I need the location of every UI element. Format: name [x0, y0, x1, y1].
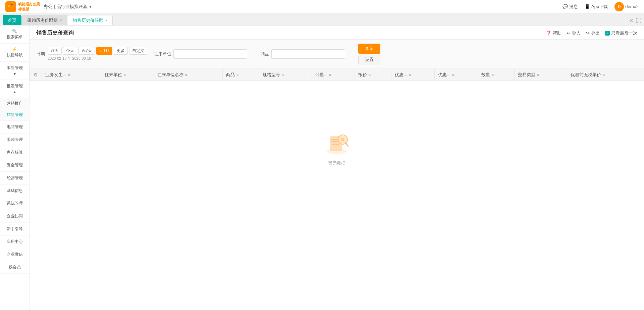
- avatar: D: [614, 2, 624, 11]
- col-unit[interactable]: 计量... ⇅: [312, 69, 355, 81]
- sidebar-item-retail-mgmt[interactable]: 零售管理 ▾: [0, 62, 29, 80]
- tab-purchase-history-label: 采购历史价跟踪: [27, 17, 58, 23]
- top-header: 🍊 畅捷通好生意 标准版 办公用品行业模拟账套 ▾ 💬 消息 📱 App下载 D…: [0, 0, 644, 13]
- col-quantity[interactable]: 数量 ⇅: [478, 69, 515, 81]
- col-discount2[interactable]: 优惠... ⇅: [435, 69, 478, 81]
- col-partner-code[interactable]: 往来单位 ⇅: [101, 69, 154, 81]
- content-area: 销售历史价查询 ❓ 帮助 ↩ 导入 ↪ 导出 ✓ 只看最后一次: [30, 25, 644, 310]
- settings-button[interactable]: 设置: [358, 55, 380, 64]
- sidebar-item-enterprise-wechat[interactable]: 企业微信: [0, 248, 29, 261]
- goods-filter-field: 商品 ···: [261, 49, 352, 59]
- checkbox-checked-icon: ✓: [605, 31, 610, 36]
- goods-picker-icon[interactable]: ···: [347, 51, 352, 57]
- date-btn-7days[interactable]: 近7天: [78, 47, 95, 55]
- col-quoted-price[interactable]: 报价 ⇅: [355, 69, 391, 81]
- date-btn-row: 昨天 今天 近7天 近1月 更多 自定义: [48, 47, 147, 55]
- sidebar-item-new-guide[interactable]: 新手引导: [0, 223, 29, 236]
- tabs-right-controls: ✕ ⛶: [629, 17, 641, 25]
- retail-chevron-icon: ▾: [14, 71, 16, 76]
- import-button[interactable]: ↩ 导入: [567, 30, 581, 36]
- col-partner-name[interactable]: 往来单位名称 ⇅: [154, 69, 222, 81]
- col-settings[interactable]: ⚙: [30, 69, 42, 81]
- sidebar-item-system-mgmt[interactable]: 系统管理: [0, 197, 29, 210]
- sort-icon-discount2: ⇅: [452, 73, 454, 77]
- table-header-row: ⚙ 业务发生... ⇅ 往来单位 ⇅: [30, 69, 644, 81]
- sort-icon-discount1: ⇅: [409, 73, 411, 77]
- tabs-bar: 首页 采购历史价跟踪 × 销售历史价跟踪 × ✕ ⛶: [0, 13, 644, 25]
- sidebar-item-enterprise-collab[interactable]: 企业协同: [0, 210, 29, 223]
- goods-label: 商品: [261, 51, 269, 57]
- empty-state: 暂元数据: [30, 81, 644, 215]
- tab-sales-history-label: 销售历史价跟踪: [73, 17, 103, 23]
- svg-line-8: [345, 143, 348, 146]
- help-icon: ❓: [546, 31, 551, 36]
- sort-icon-biz-date: ⇅: [68, 73, 70, 77]
- logo-text: 畅捷通好生意 标准版: [18, 2, 40, 11]
- sort-icon-pre-tax-price: ⇅: [602, 73, 605, 77]
- goods-input[interactable]: [271, 49, 345, 59]
- data-table: ⚙ 业务发生... ⇅ 往来单位 ⇅: [30, 69, 644, 81]
- message-button[interactable]: 💬 消息: [562, 4, 578, 10]
- col-discount1[interactable]: 优惠... ⇅: [391, 69, 435, 81]
- date-btn-1month[interactable]: 近1月: [96, 47, 113, 55]
- sidebar-item-app-center[interactable]: 应用中心: [0, 236, 29, 248]
- sidebar-item-wholesale-mgmt[interactable]: 批发管理 ▴: [0, 80, 29, 98]
- gear-icon[interactable]: ⚙: [33, 72, 38, 78]
- col-biz-date[interactable]: 业务发生... ⇅: [42, 69, 101, 81]
- sidebar-item-marketing[interactable]: 营销推广: [0, 98, 29, 109]
- maximize-icon[interactable]: ⛶: [636, 18, 641, 24]
- sort-icon-quantity: ⇅: [491, 73, 494, 77]
- partner-filter-field: 往来单位 ···: [154, 49, 254, 59]
- sidebar-item-sales-mgmt[interactable]: 销售管理: [0, 109, 29, 121]
- export-button[interactable]: ↪ 导出: [586, 30, 600, 36]
- sort-icon-unit: ⇅: [329, 73, 331, 77]
- only-last-checkbox[interactable]: ✓ 只看最后一次: [605, 30, 637, 36]
- date-btn-today[interactable]: 今天: [63, 47, 77, 55]
- col-spec[interactable]: 规格型号 ⇅: [259, 69, 312, 81]
- date-range-text: 2023-02-18 至 2023-03-18: [48, 56, 91, 61]
- sidebar-item-purchase-mgmt[interactable]: 采购管理: [0, 134, 29, 146]
- date-btn-more[interactable]: 更多: [114, 47, 128, 55]
- breadcrumb-chevron-icon: ▾: [89, 4, 92, 9]
- import-icon: ↩: [567, 31, 571, 36]
- user-menu[interactable]: D demo2: [614, 2, 639, 11]
- svg-rect-3: [331, 141, 338, 142]
- tab-purchase-history[interactable]: 采购历史价跟踪 ×: [22, 15, 67, 25]
- date-btn-yesterday[interactable]: 昨天: [48, 47, 62, 55]
- sidebar-item-basic-info[interactable]: 基础信息: [0, 185, 29, 197]
- tab-home[interactable]: 首页: [3, 15, 21, 25]
- tab-purchase-history-close-icon[interactable]: ×: [60, 18, 62, 23]
- sidebar-item-search-menu[interactable]: 🔍 搜索菜单: [0, 25, 29, 44]
- partner-input[interactable]: [173, 49, 247, 59]
- sidebar-item-operations-mgmt[interactable]: 经营管理: [0, 172, 29, 185]
- filter-area: 日期 昨天 今天 近7天 近1月 更多 自定义 2023-02-18 至 202…: [30, 40, 644, 69]
- tab-sales-history[interactable]: 销售历史价跟踪 ×: [68, 15, 113, 25]
- filter-action-buttons: 查询 设置: [358, 44, 380, 64]
- query-button[interactable]: 查询: [358, 44, 380, 54]
- message-icon: 💬: [562, 4, 568, 9]
- table-area: ⚙ 业务发生... ⇅ 往来单位 ⇅: [30, 69, 644, 310]
- sidebar-item-quick-nav[interactable]: ⚡ 快捷导航: [0, 44, 29, 62]
- sort-icon-partner-code: ⇅: [123, 73, 126, 77]
- sort-icon-partner-name: ⇅: [185, 73, 187, 77]
- quick-nav-icon: ⚡: [12, 47, 17, 52]
- sort-icon-spec: ⇅: [281, 73, 284, 77]
- breadcrumb[interactable]: 办公用品行业模拟账套 ▾: [44, 4, 92, 10]
- date-btn-custom[interactable]: 自定义: [129, 47, 147, 55]
- sidebar-item-inventory[interactable]: 库存核算: [0, 146, 29, 159]
- app-download-button[interactable]: 📱 App下载: [585, 4, 608, 10]
- help-button[interactable]: ❓ 帮助: [546, 30, 561, 36]
- sidebar-item-finance-mgmt[interactable]: 资金管理: [0, 159, 29, 172]
- sort-icon-trade-type: ⇅: [537, 73, 539, 77]
- col-pre-tax-price[interactable]: 优惠前无税单价 ⇅: [567, 69, 644, 81]
- col-trade-type[interactable]: 交易类型 ⇅: [515, 69, 567, 81]
- main-layout: 🔍 搜索菜单 ⚡ 快捷导航 零售管理 ▾ 批发管理 ▴ 营销推广 销售管理 电商…: [0, 25, 644, 310]
- sidebar-item-ecommerce-mgmt[interactable]: 电商管理: [0, 121, 29, 134]
- date-label: 日期: [36, 51, 45, 57]
- page-header: 销售历史价查询 ❓ 帮助 ↩ 导入 ↪ 导出 ✓ 只看最后一次: [30, 25, 644, 40]
- col-goods[interactable]: 商品 ⇅: [222, 69, 259, 81]
- sidebar-item-vip-member[interactable]: 畅会员: [0, 261, 29, 274]
- partner-picker-icon[interactable]: ···: [249, 51, 254, 57]
- close-all-tabs-icon[interactable]: ✕: [629, 17, 633, 24]
- tab-sales-history-close-icon[interactable]: ×: [105, 18, 108, 23]
